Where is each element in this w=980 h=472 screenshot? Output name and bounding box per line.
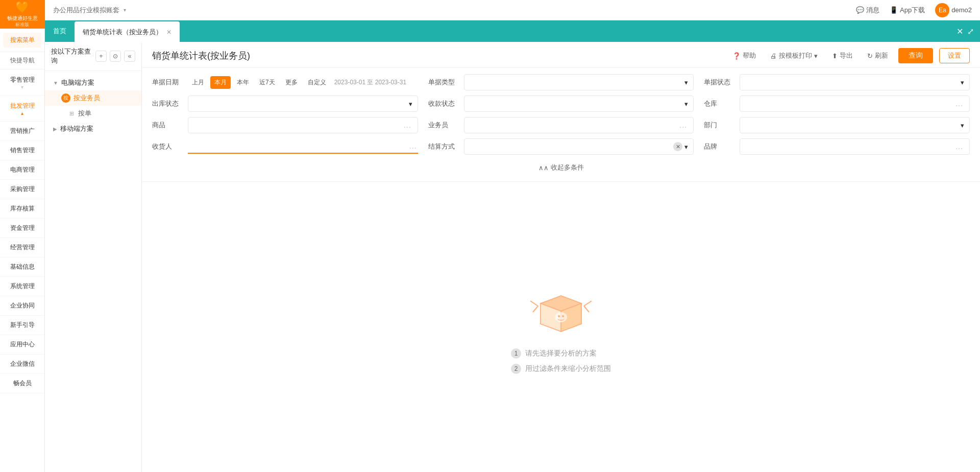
sidebar-item-vip[interactable]: 畅会员	[0, 374, 44, 393]
payment-select[interactable]: ▾	[464, 96, 694, 112]
user-menu[interactable]: Ea demo2	[935, 3, 972, 17]
app-download-icon: 📱	[890, 6, 898, 14]
date-7days[interactable]: 近7天	[255, 76, 279, 89]
sidebar-item-wholesale[interactable]: 批发管理 ▴	[0, 96, 44, 122]
sidebar-item-wechat[interactable]: 企业微信	[0, 355, 44, 374]
empty-step-1: 1 请先选择要分析的方案	[511, 348, 611, 359]
step-2-num: 2	[511, 364, 521, 374]
help-btn[interactable]: ❓ 帮助	[728, 49, 760, 62]
tree-by-salesman[interactable]: 按 按业务员	[45, 90, 141, 106]
type-label: 单据类型	[428, 78, 464, 87]
sidebar-item-marketing[interactable]: 营销推广	[0, 122, 44, 141]
filter-row-1: 单据日期 上月 本月 本年 近7天 更多 自定义 2023-03-01 至 20…	[152, 74, 970, 90]
left-panel: 按以下方案查询 + ⊙ « ▼ 电脑端方案 按 按业务员	[45, 42, 142, 472]
query-btn[interactable]: 查询	[898, 48, 933, 63]
svg-line-7	[530, 301, 538, 306]
out-select[interactable]: ▾	[188, 96, 418, 112]
logo-icon: 🧡	[15, 1, 29, 14]
salesman-input[interactable]: …	[464, 117, 694, 133]
template-print-btn[interactable]: 🖨 按模板打印 ▾	[766, 49, 822, 62]
sidebar-search-section: 搜索菜单	[0, 29, 44, 52]
date-last-month[interactable]: 上月	[188, 76, 208, 89]
goods-input[interactable]: …	[188, 117, 418, 133]
brand-dots[interactable]: …	[955, 142, 964, 151]
search-menu-button[interactable]: 搜索菜单	[3, 33, 41, 48]
app-download-action[interactable]: 📱 App下载	[890, 6, 925, 15]
receiver-control: …	[188, 139, 418, 154]
settings-btn[interactable]: 设置	[939, 48, 970, 63]
date-this-month[interactable]: 本月	[210, 76, 231, 89]
collapse-panel-btn[interactable]: «	[124, 51, 135, 62]
print-icon: 🖨	[770, 52, 777, 60]
sidebar-item-enterprise[interactable]: 企业协同	[0, 296, 44, 316]
refresh-icon: ↻	[867, 52, 873, 60]
tab-home[interactable]: 首页	[45, 20, 75, 42]
sidebar-item-finance[interactable]: 资金管理	[0, 219, 44, 238]
empty-illustration	[530, 280, 592, 338]
tab-report[interactable]: 销货单统计表（按业务员） ✕	[75, 21, 180, 43]
payment-dropdown-icon: ▾	[684, 100, 688, 108]
collapse-arrow-icon: ∧∧	[538, 164, 549, 172]
status-select[interactable]: ▾	[740, 74, 970, 90]
date-custom[interactable]: 自定义	[304, 76, 330, 89]
tree-mobile-section[interactable]: ▶ 移动端方案	[45, 121, 141, 136]
sidebar-item-sales[interactable]: 销售管理	[0, 141, 44, 160]
sidebar-item-retail[interactable]: 零售管理 ▾	[0, 69, 44, 96]
tree-expand-arrow: ▼	[53, 80, 58, 86]
tree-desktop-section[interactable]: ▼ 电脑端方案	[45, 75, 141, 90]
out-label: 出库状态	[152, 99, 188, 108]
dept-dropdown-icon: ▾	[961, 122, 964, 129]
left-panel-title: 按以下方案查询	[51, 47, 95, 65]
tree-by-order[interactable]: ⊞ 按单	[45, 106, 141, 121]
settlement-clear-btn[interactable]: ✕	[673, 142, 682, 151]
message-action[interactable]: 💬 消息	[856, 6, 879, 15]
sidebar-item-basic[interactable]: 基础信息	[0, 257, 44, 277]
settlement-label: 结算方式	[428, 142, 464, 151]
sidebar-item-system[interactable]: 系统管理	[0, 277, 44, 296]
date-this-year[interactable]: 本年	[233, 76, 253, 89]
tab-close-icon[interactable]: ✕	[166, 29, 172, 36]
svg-point-5	[558, 315, 560, 317]
workspace-dropdown-arrow[interactable]: ▾	[124, 7, 126, 13]
empty-svg	[530, 280, 592, 337]
sidebar-item-purchase[interactable]: 采购管理	[0, 180, 44, 199]
type-select[interactable]: ▾	[464, 74, 694, 90]
user-name: demo2	[951, 6, 972, 14]
type-dropdown-icon: ▾	[684, 79, 688, 86]
window-close-btn[interactable]: ✕	[957, 27, 963, 36]
dept-select[interactable]: ▾	[740, 117, 970, 133]
page-title-bar: 销货单统计表(按业务员) ❓ 帮助 🖨 按模板打印 ▾ ⬆ 导出	[142, 42, 980, 68]
date-label: 单据日期	[152, 78, 188, 87]
receiver-input[interactable]: …	[188, 139, 418, 154]
sidebar-item-ecommerce[interactable]: 电商管理	[0, 160, 44, 180]
status-control: ▾	[740, 74, 970, 90]
empty-step-2: 2 用过滤条件来缩小分析范围	[511, 364, 611, 374]
salesman-dots[interactable]: …	[679, 121, 688, 130]
type-control: ▾	[464, 74, 694, 90]
quick-nav[interactable]: 快捷导航	[0, 52, 44, 69]
add-scheme-btn[interactable]: +	[95, 51, 107, 62]
settlement-select[interactable]: ✕ ▾	[464, 138, 694, 155]
app-logo: 🧡 畅捷通好生意 标准版	[0, 0, 45, 29]
tab-bar: 首页 销货单统计表（按业务员） ✕ ✕ ⤢	[45, 20, 980, 42]
collapse-label: 收起多条件	[551, 163, 584, 172]
sidebar-item-apps[interactable]: 应用中心	[0, 335, 44, 355]
brand-input[interactable]: …	[740, 138, 970, 155]
collapse-filters-btn[interactable]: ∧∧ 收起多条件	[152, 160, 970, 175]
sidebar-item-operations[interactable]: 经营管理	[0, 238, 44, 257]
warehouse-dots[interactable]: …	[955, 99, 964, 108]
window-maximize-btn[interactable]: ⤢	[967, 27, 974, 36]
receiver-dots[interactable]: …	[409, 141, 418, 151]
export-btn[interactable]: ⬆ 导出	[828, 49, 857, 62]
settings-scheme-btn[interactable]: ⊙	[110, 51, 121, 62]
workspace-info: 办公用品行业模拟账套 ▾	[53, 6, 126, 15]
warehouse-input[interactable]: …	[740, 96, 970, 112]
goods-dots[interactable]: …	[403, 121, 412, 130]
sidebar-item-newbie[interactable]: 新手引导	[0, 316, 44, 335]
filter-row-4: 收货人 … 结算方式 ✕ ▾	[152, 138, 970, 155]
logo-text: 畅捷通好生意	[7, 15, 38, 21]
out-control: ▾	[188, 96, 418, 112]
refresh-btn[interactable]: ↻ 刷新	[863, 49, 892, 62]
date-more[interactable]: 更多	[281, 76, 302, 89]
sidebar-item-inventory[interactable]: 库存核算	[0, 199, 44, 219]
